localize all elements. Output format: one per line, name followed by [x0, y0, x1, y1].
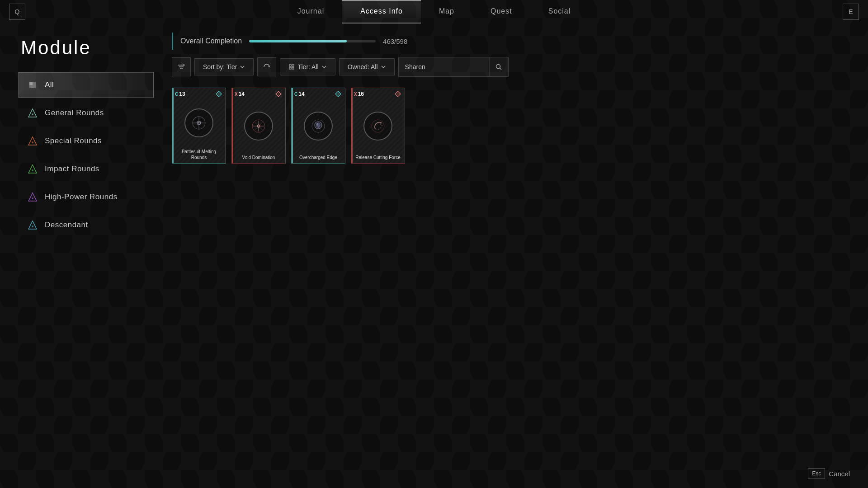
svg-point-37: [316, 123, 318, 126]
esc-key[interactable]: Esc: [808, 468, 825, 479]
tier-badge: [394, 90, 402, 98]
card-icon: [244, 112, 273, 141]
card-void-domination[interactable]: X 14: [231, 88, 286, 164]
completion-bar-fill: [249, 40, 347, 42]
card-release-cutting-force[interactable]: X 16: [351, 88, 405, 164]
svg-rect-1: [33, 82, 36, 85]
sidebar-item-general-rounds[interactable]: General Rounds: [18, 100, 154, 126]
sidebar-item-high-power-rounds[interactable]: High-Power Rounds: [18, 184, 154, 210]
q-key[interactable]: Q: [9, 4, 25, 20]
all-icon: [27, 79, 38, 91]
card-art: [232, 100, 285, 152]
tier-badge: [334, 90, 342, 98]
refresh-button[interactable]: [257, 57, 276, 76]
card-overcharged-edge[interactable]: C 14: [291, 88, 345, 164]
svg-point-36: [316, 122, 321, 128]
card-name: Battlesuit Melting Rounds: [172, 146, 226, 163]
cost-value: 14: [298, 91, 304, 97]
card-name: Void Domination: [239, 152, 279, 163]
card-header: X 16: [351, 88, 405, 100]
sort-by-tier-button[interactable]: Sort by: Tier: [194, 58, 254, 75]
nav-item-social[interactable]: Social: [530, 0, 589, 23]
descendant-icon: [27, 219, 38, 231]
top-navigation: Q Journal Access Info Map Quest Social E: [0, 0, 868, 23]
svg-rect-18: [292, 65, 294, 66]
nav-item-access-info[interactable]: Access Info: [342, 0, 421, 23]
card-battlesuit-melting-rounds[interactable]: C 13: [172, 88, 226, 164]
special-rounds-icon: [27, 135, 38, 147]
svg-point-11: [32, 197, 33, 199]
tier-all-button[interactable]: Tier: All: [280, 58, 335, 75]
e-key[interactable]: E: [843, 4, 859, 20]
cancel-label[interactable]: Cancel: [829, 470, 850, 478]
card-cost: X 14: [235, 91, 245, 97]
main-content: Module All General Rounds: [0, 23, 868, 488]
sidebar-item-descendant[interactable]: Descendant: [18, 212, 154, 238]
cost-icon: X: [354, 92, 357, 97]
right-panel: Overall Completion 463/598 Sort by: Tier: [154, 23, 868, 488]
svg-marker-4: [28, 109, 37, 117]
svg-point-13: [32, 225, 33, 227]
cost-value: 16: [358, 91, 364, 97]
svg-rect-19: [289, 67, 291, 69]
cost-icon: X: [235, 92, 238, 97]
svg-rect-0: [29, 82, 33, 85]
card-header: C 13: [172, 88, 226, 100]
card-cost: X 16: [354, 91, 364, 97]
card-art: [351, 100, 405, 152]
filter-bar: Sort by: Tier Tier: All: [172, 57, 850, 77]
svg-line-22: [500, 68, 502, 70]
filter-sort-icon-button[interactable]: [172, 57, 191, 76]
sidebar: Module All General Rounds: [0, 23, 154, 488]
page-title: Module: [18, 37, 154, 59]
nav-item-quest[interactable]: Quest: [472, 0, 530, 23]
search-button[interactable]: [489, 57, 508, 76]
svg-rect-2: [29, 85, 33, 88]
svg-marker-12: [28, 221, 37, 229]
sort-by-tier-label: Sort by: Tier: [203, 63, 237, 70]
card-icon: [363, 112, 392, 141]
completion-label: Overall Completion: [180, 37, 242, 45]
svg-rect-17: [289, 65, 291, 66]
card-header: C 14: [292, 88, 345, 100]
svg-marker-10: [28, 193, 37, 201]
card-cost: C 13: [175, 91, 185, 97]
search-input[interactable]: [399, 59, 489, 75]
svg-point-21: [496, 65, 500, 69]
card-name: Release Cutting Force: [352, 152, 404, 163]
sidebar-label-all: All: [45, 80, 54, 89]
sidebar-item-impact-rounds[interactable]: Impact Rounds: [18, 156, 154, 182]
sidebar-item-all[interactable]: All: [18, 72, 154, 98]
card-name: Overcharged Edge: [296, 152, 341, 163]
completion-bar-track: [249, 40, 376, 42]
tier-badge: [274, 90, 283, 98]
owned-all-button[interactable]: Owned: All: [339, 58, 395, 75]
card-art: [292, 100, 345, 152]
general-rounds-icon: [27, 107, 38, 119]
module-cards-grid: C 13: [172, 84, 850, 164]
svg-point-7: [32, 141, 33, 143]
completion-bar-section: Overall Completion 463/598: [172, 33, 850, 50]
svg-rect-20: [292, 67, 294, 69]
tier-badge: [215, 90, 223, 98]
nav-right-key-area: E: [843, 0, 868, 23]
nav-center: Journal Access Info Map Quest Social: [25, 0, 843, 23]
impact-rounds-icon: [27, 163, 38, 175]
nav-item-journal[interactable]: Journal: [279, 0, 342, 23]
tier-all-label: Tier: All: [297, 63, 318, 70]
sidebar-label-descendant: Descendant: [45, 221, 88, 230]
svg-marker-8: [28, 165, 37, 173]
sidebar-label-high-power-rounds: High-Power Rounds: [45, 192, 118, 202]
high-power-rounds-icon: [27, 191, 38, 203]
card-cost: C 14: [294, 91, 305, 97]
sidebar-item-special-rounds[interactable]: Special Rounds: [18, 128, 154, 154]
nav-item-map[interactable]: Map: [421, 0, 472, 23]
completion-count: 463/598: [383, 38, 407, 45]
svg-rect-3: [33, 85, 36, 88]
sidebar-label-impact-rounds: Impact Rounds: [45, 164, 99, 174]
svg-marker-6: [28, 137, 37, 145]
cost-value: 13: [179, 91, 185, 97]
svg-point-5: [32, 113, 33, 115]
sidebar-label-special-rounds: Special Rounds: [45, 136, 102, 145]
search-container: [398, 57, 509, 77]
